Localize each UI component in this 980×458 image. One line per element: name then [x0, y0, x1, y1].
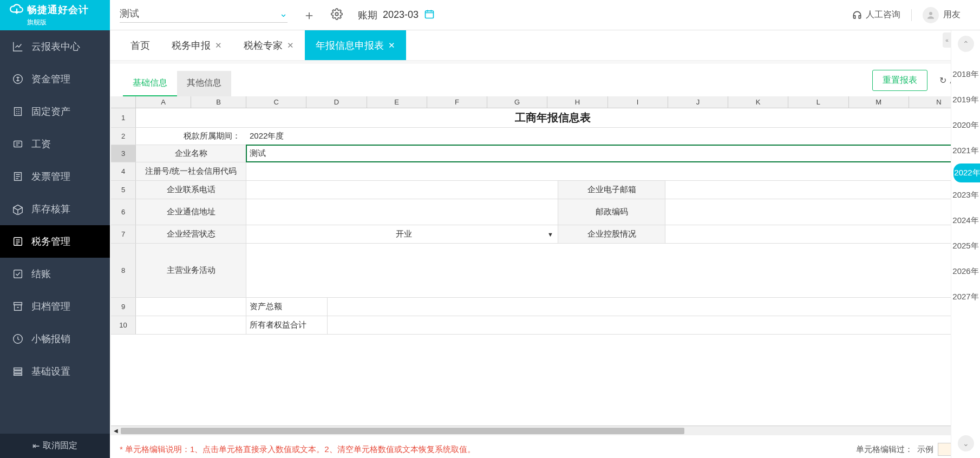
close-icon[interactable]: ✕	[215, 41, 222, 50]
col-header-M[interactable]: M	[849, 96, 909, 108]
address-cell[interactable]	[246, 199, 558, 225]
user-menu[interactable]: 用友	[923, 7, 961, 23]
row-header-9[interactable]: 9	[111, 298, 136, 316]
salary-icon	[12, 138, 24, 150]
year-2022年[interactable]: 2022年	[953, 163, 981, 182]
add-button[interactable]: ＋	[303, 6, 316, 24]
sidebar-unpin-label: 取消固定	[43, 440, 77, 452]
total-assets-cell[interactable]	[328, 298, 969, 316]
owner-equity-cell[interactable]	[328, 316, 969, 334]
row-header-10[interactable]: 10	[111, 316, 136, 334]
sidebar-item-invoice[interactable]: 发票管理	[0, 160, 110, 193]
subtab-0[interactable]: 基础信息	[123, 71, 177, 96]
col-header-J[interactable]: J	[668, 96, 728, 108]
support-link[interactable]: 人工咨询	[852, 9, 900, 21]
settings-gear-icon[interactable]	[331, 8, 343, 22]
divider	[911, 9, 912, 21]
sidebar-item-label: 库存核算	[31, 202, 70, 215]
sidebar-unpin[interactable]: ⇤ 取消固定	[0, 434, 110, 458]
sidebar-item-archive[interactable]: 归档管理	[0, 290, 110, 323]
year-2019年[interactable]: 2019年	[951, 87, 980, 113]
spreadsheet: ABCDEFGHIJKLMN 1 工商年报信息表 2 税款所属期间： 2022年…	[111, 96, 979, 435]
tab-label: 税务申报	[172, 39, 211, 52]
postcode-cell[interactable]	[665, 199, 969, 225]
year-2026年[interactable]: 2026年	[951, 259, 980, 284]
sheet-title: 工商年报信息表	[136, 108, 969, 127]
close-icon[interactable]: ✕	[388, 41, 395, 50]
col-header-F[interactable]: F	[427, 96, 487, 108]
row-header-5[interactable]: 5	[111, 181, 136, 199]
building-icon	[12, 106, 24, 117]
sidebar-item-tax[interactable]: 税务管理	[0, 225, 110, 258]
year-2020年[interactable]: 2020年	[951, 113, 980, 138]
row-header-7[interactable]: 7	[111, 225, 136, 243]
edited-label: 单元格编辑过：	[856, 444, 913, 455]
tax-period-label: 税款所属期间：	[136, 128, 246, 145]
svg-rect-4	[15, 108, 22, 116]
refresh-icon: ↻	[939, 75, 946, 86]
h-scroll-thumb[interactable]	[121, 428, 684, 434]
year-2023年[interactable]: 2023年	[951, 182, 980, 208]
col-header-C[interactable]: C	[246, 96, 306, 108]
company-name: 测试	[120, 7, 139, 20]
sidebar-item-label: 归档管理	[31, 300, 70, 313]
row-header-8[interactable]: 8	[111, 244, 136, 297]
col-header-H[interactable]: H	[547, 96, 607, 108]
row-header-6[interactable]: 6	[111, 199, 136, 225]
col-header-L[interactable]: L	[788, 96, 848, 108]
sheet-rows: 1 工商年报信息表 2 税款所属期间： 2022年度 3 企业名称 测试 4	[111, 108, 969, 426]
tab-1[interactable]: 税务申报✕	[161, 30, 233, 60]
main-activity-cell[interactable]	[246, 244, 969, 297]
year-2021年[interactable]: 2021年	[951, 138, 980, 163]
sheet-corner[interactable]	[111, 96, 136, 108]
horizontal-scrollbar[interactable]: ◀ ▶	[111, 426, 959, 435]
col-header-E[interactable]: E	[367, 96, 427, 108]
col-header-I[interactable]: I	[608, 96, 668, 108]
year-2018年[interactable]: 2018年	[951, 62, 980, 87]
sidebar-item-settings[interactable]: 基础设置	[0, 355, 110, 388]
tab-3[interactable]: 年报信息申报表✕	[305, 30, 406, 60]
year-2024年[interactable]: 2024年	[951, 208, 980, 233]
row-header-1[interactable]: 1	[111, 108, 136, 127]
calendar-icon[interactable]	[424, 9, 435, 21]
email-cell[interactable]	[665, 181, 969, 199]
tab-2[interactable]: 税检专家✕	[233, 30, 305, 60]
col-header-K[interactable]: K	[728, 96, 788, 108]
svg-rect-1	[426, 11, 434, 18]
subtab-1[interactable]: 其他信息	[177, 71, 231, 96]
col-header-G[interactable]: G	[487, 96, 547, 108]
sidebar-item-building[interactable]: 固定资产	[0, 95, 110, 128]
reg-code-cell[interactable]	[246, 162, 969, 180]
holding-cell[interactable]	[665, 225, 969, 243]
tab-bar: 首页税务申报✕税检专家✕年报信息申报表✕ ✕	[110, 30, 980, 61]
company-selector[interactable]: 测试 ⌄	[120, 7, 288, 23]
expense-icon	[12, 333, 24, 345]
sidebar-item-money[interactable]: 资金管理	[0, 63, 110, 95]
scroll-up-years[interactable]: ⌃	[958, 36, 974, 52]
row-header-2[interactable]: 2	[111, 128, 136, 145]
scroll-down-years[interactable]: ⌄	[958, 435, 974, 452]
phone-cell[interactable]	[246, 181, 558, 199]
col-header-B[interactable]: B	[191, 96, 246, 108]
scroll-left-icon[interactable]: ◀	[111, 428, 121, 434]
company-name-label: 企业名称	[136, 145, 246, 162]
company-name-cell[interactable]: 测试	[246, 145, 969, 162]
year-2027年[interactable]: 2027年	[951, 284, 980, 310]
reset-report-button[interactable]: 重置报表	[872, 70, 927, 91]
close-icon[interactable]: ✕	[287, 41, 294, 50]
sidebar-item-expense[interactable]: 小畅报销	[0, 323, 110, 355]
support-label: 人工咨询	[866, 9, 900, 21]
col-header-D[interactable]: D	[306, 96, 367, 108]
sidebar-item-close-period[interactable]: 结账	[0, 258, 110, 290]
row-header-3[interactable]: 3	[111, 145, 136, 162]
op-status-cell[interactable]: 开业 ▼	[246, 225, 558, 243]
row-header-4[interactable]: 4	[111, 162, 136, 180]
year-2025年[interactable]: 2025年	[951, 233, 980, 259]
sidebar-item-salary[interactable]: 工资	[0, 128, 110, 160]
tab-0[interactable]: 首页	[120, 30, 161, 60]
sidebar-item-inventory[interactable]: 库存核算	[0, 193, 110, 225]
sidebar-item-chart[interactable]: 云报表中心	[0, 30, 110, 63]
col-header-A[interactable]: A	[136, 96, 191, 108]
year-bar-collapse[interactable]: «	[943, 32, 951, 48]
chevron-down-icon: ⌄	[279, 8, 288, 19]
